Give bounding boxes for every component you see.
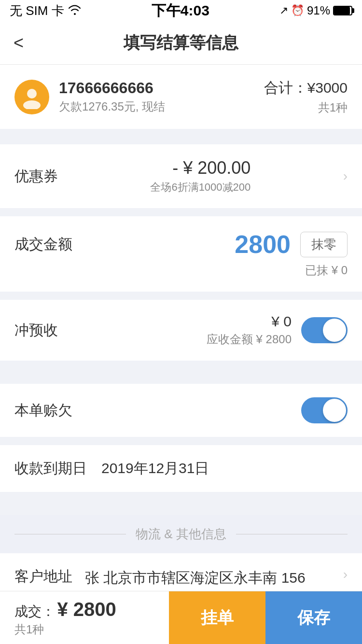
bottom-bar: 成交： ¥ 2800 共1种 挂单 保存 [0,591,362,644]
customer-totals: 合计：¥3000 共1种 [264,78,348,115]
coupon-amount: - ¥ 200.00 [150,158,251,178]
total-amount: 合计：¥3000 [264,78,348,98]
battery-percent: 91% [307,4,330,17]
transaction-sub: 已抹 ¥ 0 [14,263,348,278]
alarm-icon: ⏰ [291,4,304,17]
svg-point-1 [23,100,41,109]
credit-label: 本单赊欠 [14,401,72,420]
pending-button[interactable]: 挂单 [169,591,265,644]
customer-section: 17666666666 欠款1276.35元, 现结 合计：¥3000 共1种 [0,65,362,129]
back-button[interactable]: < [14,33,24,53]
divider-2 [0,209,362,216]
logistics-divider: 物流 & 其他信息 [0,515,362,553]
address-label: 客户地址 [14,567,77,587]
status-right: ↗ ⏰ 91% [279,4,352,17]
customer-phone: 17666666666 [59,79,165,97]
transaction-value: 2800 [235,230,291,259]
bottom-sub: 共1种 [14,622,154,637]
prepay-section: 冲预收 ¥ 0 应收金额 ¥ 2800 [0,299,362,361]
customer-debt: 欠款1276.35元, 现结 [59,99,165,114]
customer-left: 17666666666 欠款1276.35元, 现结 [14,79,165,114]
divider-line-left [14,534,126,534]
status-bar: 无 SIM 卡 下午4:03 ↗ ⏰ 91% [0,0,362,21]
credit-toggle-knob [323,399,346,422]
toggle-knob [323,319,346,342]
bottom-total: 成交： ¥ 2800 共1种 [0,599,169,637]
status-left: 无 SIM 卡 [10,2,82,19]
content-area: 17666666666 欠款1276.35元, 现结 合计：¥3000 共1种 … [0,65,362,644]
prepay-toggle[interactable] [301,317,348,343]
prepay-amounts: ¥ 0 应收金额 ¥ 2800 [207,313,292,347]
status-time: 下午4:03 [152,1,209,21]
transaction-section: 成交金额 2800 抹零 已抹 ¥ 0 [0,216,362,292]
prepay-right: ¥ 0 应收金额 ¥ 2800 [207,313,348,347]
divider-3 [0,368,362,376]
location-icon: ↗ [279,4,288,17]
battery-icon [333,6,352,15]
duedate-label: 收款到期日 [14,459,87,478]
save-button[interactable]: 保存 [265,591,362,644]
svg-point-0 [27,89,37,98]
coupon-row[interactable]: 优惠券 - ¥ 200.00 全场6折满1000减200 › [0,144,362,209]
duedate-section: 收款到期日 2019年12月31日 [0,445,362,492]
coupon-chevron-icon: › [343,168,348,184]
page-title: 填写结算等信息 [124,32,238,54]
address-chevron-icon: › [343,567,348,582]
customer-info: 17666666666 欠款1276.35元, 现结 [59,79,165,114]
duedate-value: 2019年12月31日 [101,459,209,478]
total-count: 共1种 [264,100,348,115]
round-button[interactable]: 抹零 [300,232,348,257]
prepay-label: 冲预收 [14,321,58,340]
bottom-amount: ¥ 2800 [57,599,116,620]
transaction-right: 2800 抹零 [235,230,348,259]
divider-line-right [236,534,348,534]
credit-section: 本单赊欠 [0,384,362,437]
prepay-sub: 应收金额 ¥ 2800 [207,332,292,347]
avatar [14,80,49,114]
carrier-text: 无 SIM 卡 [10,2,64,19]
divider-1 [0,137,362,144]
transaction-label: 成交金额 [14,235,72,254]
coupon-detail: 全场6折满1000减200 [150,180,251,195]
nav-bar: < 填写结算等信息 [0,21,362,65]
wifi-icon [68,3,82,18]
transaction-row: 成交金额 2800 抹零 [14,230,348,259]
bottom-label: 成交： [14,604,55,619]
divider-4 [0,500,362,507]
logistics-label: 物流 & 其他信息 [136,526,226,543]
bottom-total-row: 成交： ¥ 2800 [14,599,154,621]
credit-toggle[interactable] [301,397,348,423]
coupon-label: 优惠券 [14,167,58,186]
prepay-value: ¥ 0 [207,313,292,330]
